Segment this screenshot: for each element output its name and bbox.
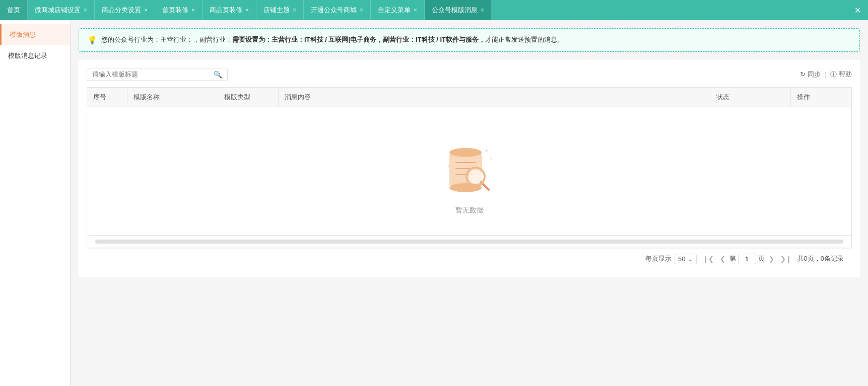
sidebar-item-template-record[interactable]: 模版消息记录 bbox=[0, 45, 70, 66]
tab-home-decor-label: 首页装修 bbox=[162, 6, 188, 15]
svg-point-3 bbox=[449, 183, 482, 192]
tab-template-message[interactable]: 公众号模版消息 × bbox=[425, 0, 492, 20]
tab-open-mall-label: 开通公众号商城 bbox=[311, 6, 357, 15]
col-type: 模版类型 bbox=[218, 88, 279, 107]
close-all-icon: ✕ bbox=[854, 6, 861, 15]
empty-state: ✦ ✦ ✦ 暂无数据 bbox=[87, 107, 851, 235]
tab-shop-settings[interactable]: 微商城店铺设置 × bbox=[28, 0, 95, 20]
svg-point-2 bbox=[449, 148, 482, 157]
notice-highlight: 需要设置为：主营行业：IT科技 / 互联网|电子商务，副营行业：IT科技 / I… bbox=[232, 36, 485, 43]
notice-box: 💡 您的公众号行业为：主营行业：，副营行业：需要设置为：主营行业：IT科技 / … bbox=[79, 28, 860, 52]
tab-home-label: 首页 bbox=[7, 6, 20, 15]
tab-template-message-label: 公众号模版消息 bbox=[432, 6, 478, 15]
sync-button[interactable]: ↻ 同步 bbox=[800, 70, 821, 79]
notice-icon: 💡 bbox=[87, 35, 97, 45]
page-size-select: 每页显示 50 ⌄ bbox=[645, 254, 696, 264]
tab-shop-settings-label: 微商城店铺设置 bbox=[35, 6, 81, 15]
empty-svg: ✦ ✦ ✦ bbox=[439, 137, 500, 198]
table-container: 序号 模版名称 模版类型 消息内容 状态 操作 bbox=[87, 87, 852, 248]
page-size-dropdown[interactable]: 50 ⌄ bbox=[675, 254, 696, 264]
col-status: 状态 bbox=[710, 88, 791, 107]
help-label: 帮助 bbox=[839, 70, 852, 79]
page-label: 第 bbox=[729, 254, 736, 263]
tab-category-close[interactable]: × bbox=[144, 7, 148, 14]
tab-custom-menu-close[interactable]: × bbox=[414, 7, 417, 14]
pagination: 每页显示 50 ⌄ ❙❮ ❮ 第 页 ❯ ❯❙ 共0页，0条记录 bbox=[87, 248, 852, 269]
page-size-label: 每页显示 bbox=[645, 254, 672, 263]
content-area: 💡 您的公众号行业为：主营行业：，副营行业：需要设置为：主营行业：IT科技 / … bbox=[71, 20, 868, 386]
tab-open-mall-close[interactable]: × bbox=[360, 7, 363, 14]
col-action: 操作 bbox=[791, 88, 851, 107]
right-actions: ↻ 同步 | ⓘ 帮助 bbox=[800, 70, 852, 79]
tab-product-decor-label: 商品页装修 bbox=[210, 6, 242, 15]
tab-category-settings[interactable]: 商品分类设置 × bbox=[95, 0, 155, 20]
sidebar-item-template-message[interactable]: 模版消息 bbox=[0, 24, 70, 45]
first-page-button[interactable]: ❙❮ bbox=[701, 254, 716, 264]
last-page-button[interactable]: ❯❙ bbox=[778, 254, 793, 264]
close-all-button[interactable]: ✕ bbox=[847, 0, 868, 20]
sidebar-item-template-message-label: 模版消息 bbox=[10, 31, 36, 38]
tab-open-mall[interactable]: 开通公众号商城 × bbox=[304, 0, 371, 20]
sidebar: 模版消息 模版消息记录 bbox=[0, 20, 71, 386]
col-index: 序号 bbox=[87, 88, 127, 107]
tab-product-decor[interactable]: 商品页装修 × bbox=[203, 0, 256, 20]
tab-custom-menu[interactable]: 自定义菜单 × bbox=[371, 0, 425, 20]
svg-text:✦: ✦ bbox=[485, 148, 489, 153]
tab-store-theme-label: 店铺主题 bbox=[263, 6, 290, 15]
svg-text:✦: ✦ bbox=[490, 157, 493, 161]
table-header: 序号 模版名称 模版类型 消息内容 状态 操作 bbox=[87, 88, 851, 107]
tab-home[interactable]: 首页 bbox=[0, 0, 28, 20]
tab-shop-settings-close[interactable]: × bbox=[84, 7, 87, 14]
main-layout: 模版消息 模版消息记录 💡 您的公众号行业为：主营行业：，副营行业：需要设置为：… bbox=[0, 20, 868, 386]
tab-home-decor[interactable]: 首页装修 × bbox=[155, 0, 203, 20]
search-bar: 🔍 bbox=[87, 68, 228, 81]
notice-suffix: 才能正常发送预置的消息。 bbox=[485, 36, 564, 43]
tab-custom-menu-label: 自定义菜单 bbox=[378, 6, 411, 15]
tab-home-decor-close[interactable]: × bbox=[191, 7, 195, 14]
help-icon: ⓘ bbox=[830, 70, 837, 79]
tab-category-settings-label: 商品分类设置 bbox=[102, 6, 141, 15]
prev-page-button[interactable]: ❮ bbox=[718, 254, 727, 264]
notice-text: 您的公众号行业为：主营行业：，副营行业：需要设置为：主营行业：IT科技 / 互联… bbox=[101, 35, 564, 45]
sync-icon: ↻ bbox=[800, 70, 806, 78]
sidebar-item-template-record-label: 模版消息记录 bbox=[8, 52, 47, 59]
chevron-down-icon: ⌄ bbox=[688, 255, 693, 263]
svg-text:✦: ✦ bbox=[447, 164, 450, 169]
divider: | bbox=[825, 70, 826, 78]
total-text: 共0页，0条记录 bbox=[797, 254, 844, 263]
help-button[interactable]: ⓘ 帮助 bbox=[830, 70, 852, 79]
page-unit: 页 bbox=[758, 254, 765, 263]
scroll-track bbox=[87, 235, 851, 248]
empty-text: 暂无数据 bbox=[455, 206, 484, 215]
col-content: 消息内容 bbox=[279, 88, 710, 107]
next-page-button[interactable]: ❯ bbox=[767, 254, 776, 264]
tab-store-theme-close[interactable]: × bbox=[293, 7, 296, 14]
tab-store-theme[interactable]: 店铺主题 × bbox=[256, 0, 304, 20]
page-nav: ❙❮ ❮ 第 页 ❯ ❯❙ bbox=[701, 254, 793, 264]
tab-bar: 首页 微商城店铺设置 × 商品分类设置 × 首页装修 × 商品页装修 × 店铺主… bbox=[0, 0, 868, 20]
content-card: 🔍 ↻ 同步 | ⓘ 帮助 序号 bbox=[79, 60, 860, 277]
toolbar: 🔍 ↻ 同步 | ⓘ 帮助 bbox=[87, 68, 852, 81]
scroll-bar[interactable] bbox=[95, 240, 843, 244]
sync-label: 同步 bbox=[808, 70, 821, 79]
notice-prefix: 您的公众号行业为：主营行业：，副营行业： bbox=[101, 36, 232, 43]
tab-template-message-close[interactable]: × bbox=[481, 7, 484, 14]
svg-point-9 bbox=[469, 170, 483, 184]
search-icon[interactable]: 🔍 bbox=[214, 70, 222, 79]
page-number-input[interactable] bbox=[738, 254, 756, 264]
tab-product-decor-close[interactable]: × bbox=[245, 7, 249, 14]
search-input[interactable] bbox=[92, 70, 214, 78]
page-size-value: 50 bbox=[678, 255, 685, 263]
empty-illustration: ✦ ✦ ✦ bbox=[439, 137, 500, 198]
col-name: 模版名称 bbox=[127, 88, 218, 107]
